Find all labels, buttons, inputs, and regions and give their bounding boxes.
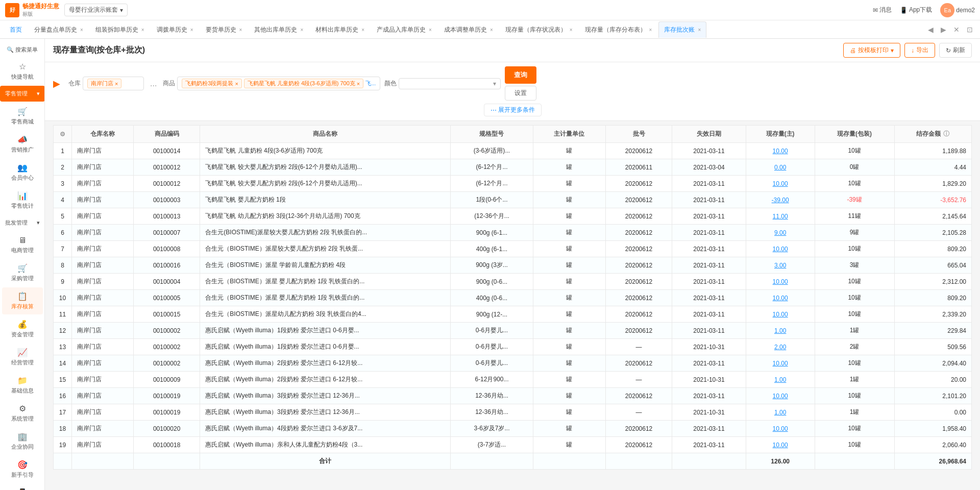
- cell-expire: 2021-03-11: [672, 437, 746, 453]
- close-icon[interactable]: ×: [429, 27, 432, 33]
- sidebar-item-retail-shop[interactable]: 🛒 零售商城: [2, 103, 43, 130]
- sidebar-item-retail-stat[interactable]: 📊 零售统计: [2, 187, 43, 214]
- tab-material-out[interactable]: 材料出库单历史 ×: [310, 21, 370, 38]
- cell-qty-main[interactable]: 9.00: [746, 225, 815, 241]
- cell-amount: 0.00: [894, 404, 971, 421]
- tab-menu-arrow[interactable]: ⊡: [964, 23, 976, 36]
- cell-qty-main[interactable]: 11.00: [746, 208, 815, 225]
- close-icon[interactable]: ×: [649, 27, 652, 33]
- sidebar-item-purchase[interactable]: 🛒 采购管理: [2, 259, 43, 286]
- cell-batch: 20200612: [605, 192, 672, 208]
- export-btn[interactable]: ↓ 导出: [904, 43, 935, 58]
- expand-conditions-btn[interactable]: ⋯ 展开更多条件: [484, 104, 542, 116]
- cell-qty-main[interactable]: 3.00: [746, 257, 815, 274]
- account-selector[interactable]: 母婴行业演示账套 ▾: [64, 4, 128, 16]
- product-more[interactable]: 飞...: [365, 80, 376, 87]
- cell-qty-main[interactable]: 2.00: [746, 339, 815, 355]
- query-button[interactable]: 查询: [505, 66, 536, 84]
- cell-amount: 1,958.40: [894, 421, 971, 437]
- close-icon[interactable]: ×: [300, 27, 303, 33]
- tab-close-all[interactable]: ✕: [950, 23, 963, 36]
- table-row: 6 南岸门店 00100007 合生元(BIOSTIME)派星较大婴儿配方奶粉 …: [54, 225, 972, 241]
- cell-expire: 2021-03-11: [672, 176, 746, 192]
- close-icon[interactable]: ×: [570, 27, 573, 33]
- tab-other-out[interactable]: 其他出库单历史 ×: [249, 21, 309, 38]
- remove-product-tag-1[interactable]: ×: [235, 81, 238, 87]
- tab-cost-adj[interactable]: 成本调整单历史 ×: [438, 21, 499, 38]
- sidebar-item-finance[interactable]: 💰 资金管理: [2, 315, 43, 342]
- remove-product-tag-2[interactable]: ×: [357, 81, 360, 87]
- cell-batch: —: [605, 404, 672, 421]
- system-icon: ⚙: [19, 404, 26, 413]
- cell-qty-main[interactable]: 10.00: [746, 176, 815, 192]
- cell-qty-pkg: 3罐: [815, 257, 894, 274]
- cell-qty-main[interactable]: 0.00: [746, 159, 815, 176]
- settings-icon[interactable]: ⚙: [60, 131, 65, 138]
- info-icon[interactable]: ⓘ: [943, 130, 949, 137]
- warehouse-tag: 南岸门店 ×: [87, 79, 121, 88]
- cell-qty-main[interactable]: 10.00: [746, 437, 815, 453]
- sidebar-item-system[interactable]: ⚙ 系统管理: [2, 400, 43, 427]
- sidebar-item-apps[interactable]: 📱 应用中心: [2, 484, 43, 490]
- settings-button[interactable]: 设置: [505, 86, 536, 101]
- cell-warehouse: 南岸门店: [72, 143, 134, 159]
- col-batch: 批号: [605, 126, 672, 143]
- tab-home[interactable]: 首页: [4, 21, 28, 38]
- cell-qty-main[interactable]: 10.00: [746, 355, 815, 372]
- cell-qty-main[interactable]: 1.00: [746, 404, 815, 421]
- tab-prev-arrow[interactable]: ◀: [925, 23, 937, 36]
- tab-mix[interactable]: 调拨单历史 ×: [151, 21, 199, 38]
- color-tag-container[interactable]: ▾: [399, 78, 501, 89]
- cell-qty-main[interactable]: 10.00: [746, 143, 815, 159]
- sidebar-item-guide[interactable]: 🎯 新手引导: [2, 456, 43, 483]
- message-link[interactable]: ✉ 消息: [873, 6, 892, 14]
- cell-qty-main[interactable]: 10.00: [746, 290, 815, 306]
- cell-qty-main[interactable]: 10.00: [746, 388, 815, 404]
- tab-inv-dist[interactable]: 现存量（库存分布表）×: [579, 21, 658, 38]
- sidebar-search[interactable]: 🔍 搜索菜单: [0, 43, 44, 57]
- sidebar-item-marketing[interactable]: 📣 营销推广: [2, 131, 43, 158]
- cell-qty-main[interactable]: 1.00: [746, 323, 815, 339]
- cell-amount: 809.20: [894, 290, 971, 306]
- tab-inv-status[interactable]: 现存量（库存状况表）×: [500, 21, 578, 38]
- close-icon[interactable]: ×: [698, 27, 701, 33]
- sidebar-item-retail-mgmt[interactable]: 零售管理 ▾: [0, 86, 45, 102]
- remove-warehouse-tag[interactable]: ×: [115, 81, 118, 87]
- print-btn[interactable]: 🖨 按模板打印 ▾: [843, 43, 900, 58]
- close-icon[interactable]: ×: [80, 27, 83, 33]
- close-icon[interactable]: ×: [239, 27, 242, 33]
- cell-qty-main[interactable]: 10.00: [746, 421, 815, 437]
- cell-qty-main[interactable]: 10.00: [746, 274, 815, 290]
- sidebar-item-wholesale[interactable]: 批发管理 ▾: [0, 215, 45, 231]
- cell-qty-main[interactable]: -39.00: [746, 192, 815, 208]
- sidebar-item-basics[interactable]: 📁 基础信息: [2, 372, 43, 399]
- product-tag-container[interactable]: 飞鹤奶粉3段两提装 × 飞鹤星飞帆 儿童奶粉 4段(3-6岁适用) 700克 ×…: [177, 77, 380, 90]
- sidebar-item-shortcut[interactable]: ☆ 快捷导航: [2, 58, 43, 85]
- close-icon[interactable]: ×: [361, 27, 364, 33]
- refresh-btn[interactable]: ↻ 刷新: [939, 43, 972, 58]
- app-download-link[interactable]: 📱 App下载: [900, 6, 932, 14]
- cell-qty-main[interactable]: 1.00: [746, 372, 815, 388]
- sidebar-item-ecommerce[interactable]: 🖥 电商管理: [2, 232, 43, 258]
- top-bar-left: 好 畅捷通好生意 标版 母婴行业演示账套 ▾: [5, 2, 128, 18]
- cell-qty-main[interactable]: 10.00: [746, 241, 815, 257]
- close-icon[interactable]: ×: [141, 27, 144, 33]
- tab-next-arrow[interactable]: ▶: [938, 23, 949, 36]
- apps-icon: 📱: [17, 488, 28, 490]
- sidebar-item-operation[interactable]: 📈 经营管理: [2, 344, 43, 371]
- sidebar-item-inventory[interactable]: 📋 库存核算: [2, 287, 43, 314]
- expand-arrow[interactable]: ▶: [53, 78, 60, 89]
- sidebar-item-company[interactable]: 🏢 企业协同: [2, 428, 43, 455]
- tab-inv-batch[interactable]: 库存批次账 ×: [658, 21, 706, 38]
- cell-qty-main[interactable]: 10.00: [746, 306, 815, 323]
- user-profile[interactable]: Ea demo2: [940, 3, 975, 17]
- col-settings[interactable]: ⚙: [54, 126, 72, 143]
- tab-split[interactable]: 分量盘点单历史 ×: [29, 21, 89, 38]
- tab-pick[interactable]: 要货单历史 ×: [200, 21, 248, 38]
- close-icon[interactable]: ×: [490, 27, 493, 33]
- sidebar-item-member[interactable]: 👥 会员中心: [2, 159, 43, 186]
- warehouse-tag-container[interactable]: 南岸门店 ×: [83, 77, 144, 90]
- close-icon[interactable]: ×: [190, 27, 193, 33]
- tab-disassemble[interactable]: 组装拆卸单历史 ×: [90, 21, 150, 38]
- tab-product-in[interactable]: 产成品入库单历史 ×: [371, 21, 437, 38]
